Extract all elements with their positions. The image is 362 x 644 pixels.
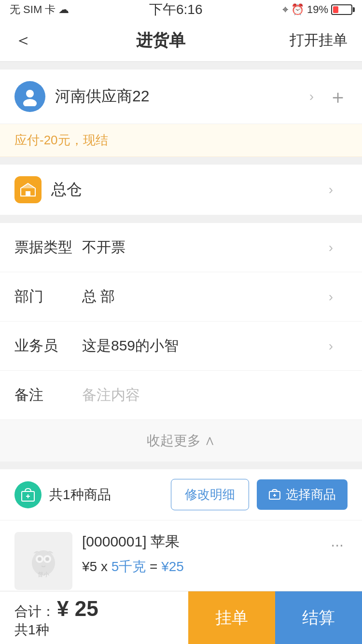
alarm-icon: ⏰ — [291, 3, 304, 16]
product-price-row: ¥5 x 5千克 = ¥25 — [82, 558, 327, 576]
hang-button[interactable]: 挂单 — [188, 591, 275, 644]
collapse-bar[interactable]: 收起更多 ∧ — [0, 420, 362, 462]
warehouse-row[interactable]: 总仓 › — [0, 165, 362, 215]
remark-row[interactable]: 备注 备注内容 — [0, 371, 362, 420]
salesperson-label: 业务员 — [14, 336, 82, 356]
department-chevron-icon: › — [329, 289, 333, 305]
warehouse-chevron-icon: › — [329, 182, 333, 197]
product-count: 共1种商品 — [49, 486, 163, 504]
supplier-chevron-icon: › — [309, 89, 314, 104]
invoice-label: 票据类型 — [14, 238, 82, 257]
invoice-row[interactable]: 票据类型 不开票 › — [0, 223, 362, 272]
department-row[interactable]: 部门 总 部 › — [0, 272, 362, 322]
warehouse-section: 总仓 › — [0, 165, 362, 215]
product-thumb-icon: 督小 — [24, 542, 63, 580]
total-label: 合计： — [14, 602, 55, 621]
svg-point-12 — [38, 557, 42, 561]
product-more-button[interactable]: ··· — [327, 532, 348, 558]
open-pending-button[interactable]: 打开挂单 — [290, 30, 348, 50]
battery-percent: 19% — [307, 3, 328, 16]
invoice-value: 不开票 — [82, 238, 329, 257]
svg-point-1 — [23, 99, 37, 106]
salesperson-row[interactable]: 业务员 这是859的小智 › — [0, 322, 362, 371]
product-quantity: 5千克 — [111, 559, 146, 574]
sim-label: 无 SIM 卡 ☁ — [10, 2, 69, 17]
divider-2 — [0, 157, 362, 165]
salesperson-value: 这是859的小智 — [82, 336, 329, 356]
divider-1 — [0, 62, 362, 70]
product-name: [0000001] 苹果 — [82, 532, 327, 552]
location-icon: ⌖ — [282, 3, 288, 16]
equals-sign: = — [150, 559, 161, 574]
invoice-chevron-icon: › — [329, 240, 333, 255]
footer-count: 共1种 — [14, 621, 174, 639]
product-info: [0000001] 苹果 ¥5 x 5千克 = ¥25 — [82, 532, 327, 576]
notice-bar: 应付-20元，现结 — [0, 124, 362, 157]
supplier-avatar — [14, 81, 45, 112]
footer-total: 合计： ¥ 25 共1种 — [0, 597, 188, 639]
footer-total-row: 合计： ¥ 25 — [14, 597, 174, 621]
product-code: [0000001] — [82, 533, 146, 549]
product-subtotal: ¥25 — [161, 559, 184, 574]
status-time: 下午6:16 — [149, 0, 203, 19]
product-item: 督小 [0000001] 苹果 ¥5 x 5千克 = ¥25 ··· — [0, 520, 362, 602]
form-section: 票据类型 不开票 › 部门 总 部 › 业务员 这是859的小智 › 备注 备注… — [0, 223, 362, 420]
product-header: 共1种商品 修改明细 选择商品 — [0, 469, 362, 520]
remark-placeholder: 备注内容 — [82, 385, 348, 405]
salesperson-chevron-icon: › — [329, 338, 333, 354]
notice-text: 应付-20元，现结 — [14, 133, 108, 147]
collapse-label: 收起更多 ∧ — [147, 432, 216, 450]
svg-text:督小: 督小 — [38, 571, 49, 578]
select-product-icon — [268, 489, 281, 501]
status-bar: 无 SIM 卡 ☁ 下午6:16 ⌖ ⏰ 19% — [0, 0, 362, 19]
add-button[interactable]: ＋ — [328, 84, 348, 110]
total-amount: ¥ 25 — [57, 597, 98, 621]
product-section-icon — [14, 481, 42, 508]
product-section: 共1种商品 修改明细 选择商品 — [0, 469, 362, 602]
warehouse-name: 总仓 — [51, 179, 329, 200]
department-label: 部门 — [14, 287, 82, 307]
divider-4 — [0, 462, 362, 469]
battery-icon — [331, 4, 352, 15]
warehouse-icon — [14, 176, 42, 203]
status-right: ⌖ ⏰ 19% — [282, 3, 352, 16]
supplier-section: 河南供应商22 › ＋ 应付-20元，现结 — [0, 70, 362, 157]
footer: 合计： ¥ 25 共1种 挂单 结算 — [0, 591, 362, 644]
svg-point-0 — [26, 90, 34, 98]
page-title: 进货单 — [136, 29, 185, 52]
checkout-button[interactable]: 结算 — [275, 591, 362, 644]
status-left: 无 SIM 卡 ☁ — [10, 2, 69, 17]
divider-3 — [0, 215, 362, 223]
nav-bar: ＜ 进货单 打开挂单 — [0, 19, 362, 62]
supplier-row[interactable]: 河南供应商22 › ＋ — [0, 70, 362, 124]
back-button[interactable]: ＜ — [14, 28, 32, 52]
select-product-label: 选择商品 — [286, 486, 336, 503]
svg-rect-2 — [26, 191, 30, 196]
supplier-name: 河南供应商22 — [55, 86, 309, 107]
department-value: 总 部 — [82, 287, 329, 307]
product-title: 苹果 — [151, 533, 180, 549]
select-product-button[interactable]: 选择商品 — [257, 479, 348, 510]
price-separator: x — [101, 559, 111, 574]
remark-label: 备注 — [14, 385, 82, 405]
product-thumbnail: 督小 — [14, 532, 72, 590]
product-unit-price: ¥5 — [82, 559, 97, 574]
svg-point-13 — [45, 557, 49, 561]
modify-detail-button[interactable]: 修改明细 — [171, 479, 249, 510]
